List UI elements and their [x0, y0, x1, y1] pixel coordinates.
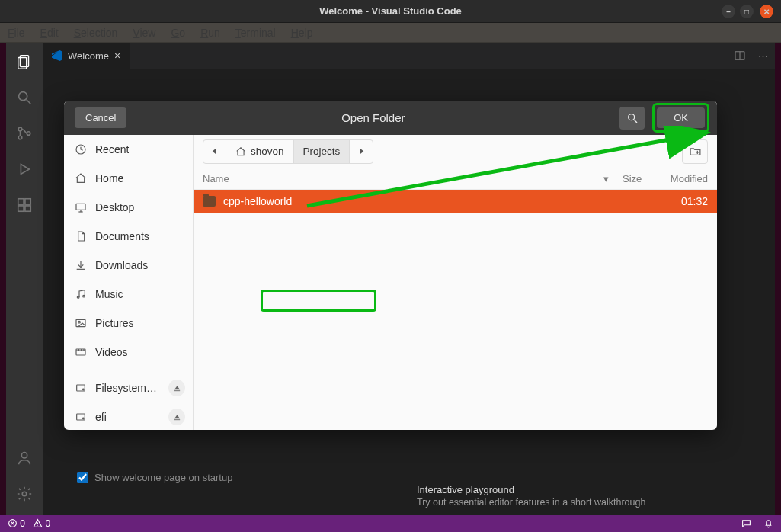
path-back-button[interactable]: [203, 140, 226, 163]
svg-point-39: [83, 389, 85, 390]
svg-marker-46: [213, 149, 216, 154]
menu-selection[interactable]: Selection: [74, 27, 118, 39]
show-welcome-checkbox[interactable]: [77, 472, 88, 483]
place-item-music[interactable]: Music: [64, 280, 193, 309]
dialog-header: Cancel Open Folder OK: [64, 101, 717, 135]
eject-icon[interactable]: [168, 380, 185, 396]
svg-point-4: [18, 127, 22, 131]
svg-line-3: [27, 100, 31, 104]
svg-rect-10: [18, 206, 24, 211]
svg-marker-40: [174, 386, 179, 389]
svg-rect-24: [76, 204, 85, 210]
svg-rect-41: [174, 390, 179, 391]
menu-file[interactable]: File: [8, 27, 25, 39]
status-feedback-icon[interactable]: [741, 518, 751, 529]
run-debug-icon[interactable]: [16, 161, 33, 180]
window-minimize-button[interactable]: –: [722, 5, 735, 18]
settings-gear-icon[interactable]: [16, 486, 33, 505]
path-bar: shovonProjects: [194, 135, 717, 168]
search-icon[interactable]: [16, 89, 33, 108]
place-item-downloads[interactable]: Downloads: [64, 251, 193, 280]
place-item-desktop[interactable]: Desktop: [64, 193, 193, 222]
breadcrumb-shovon[interactable]: shovon: [226, 140, 294, 163]
place-label: Downloads: [95, 259, 148, 271]
breadcrumb-projects[interactable]: Projects: [294, 140, 350, 163]
place-label: Pictures: [95, 317, 134, 329]
menu-view[interactable]: View: [133, 27, 155, 39]
path-forward-button[interactable]: [350, 140, 373, 163]
svg-rect-8: [18, 199, 24, 204]
svg-point-6: [27, 132, 30, 136]
tip-subtitle: Try out essential editor features in a s…: [417, 497, 714, 508]
place-label: Desktop: [95, 201, 134, 213]
svg-rect-31: [76, 319, 85, 326]
place-item-videos[interactable]: Videos: [64, 338, 193, 367]
svg-rect-9: [25, 199, 30, 204]
device-item[interactable]: Filesystem…: [64, 373, 193, 402]
column-name[interactable]: Name: [203, 173, 603, 184]
dialog-search-icon[interactable]: [619, 107, 645, 130]
svg-point-21: [628, 114, 634, 120]
new-folder-button[interactable]: [682, 139, 708, 164]
editor-more-icon[interactable]: ⋯: [755, 48, 770, 63]
status-warnings[interactable]: 0: [33, 518, 50, 529]
show-welcome-label: Show welcome page on startup: [94, 472, 232, 483]
status-bar: 0 0: [0, 515, 781, 532]
tab-close-icon[interactable]: ×: [114, 50, 120, 62]
device-label: efi: [95, 411, 107, 423]
file-row[interactable]: cpp-helloworld01:32: [194, 190, 717, 213]
scm-icon[interactable]: [16, 125, 33, 144]
menu-go[interactable]: Go: [171, 27, 185, 39]
dialog-title: Open Folder: [134, 111, 612, 124]
activity-bar: [6, 43, 43, 515]
place-item-home[interactable]: Home: [64, 164, 193, 193]
svg-point-2: [19, 92, 27, 101]
svg-marker-44: [174, 415, 179, 418]
svg-rect-45: [174, 419, 179, 420]
window-maximize-button[interactable]: □: [740, 5, 754, 18]
file-list-header[interactable]: Name ▾ Size Modified: [194, 168, 717, 190]
menu-run[interactable]: Run: [200, 27, 220, 39]
file-pane: shovonProjects Name ▾ Size Modified cpp-…: [194, 135, 717, 430]
window-title: Welcome - Visual Studio Code: [319, 5, 462, 17]
place-item-documents[interactable]: Documents: [64, 222, 193, 251]
menu-terminal[interactable]: Terminal: [235, 27, 276, 39]
account-icon[interactable]: [16, 450, 33, 469]
title-bar: Welcome - Visual Studio Code – □ ✕: [0, 0, 781, 23]
svg-point-32: [78, 321, 81, 323]
svg-rect-11: [25, 206, 30, 211]
cancel-button[interactable]: Cancel: [75, 107, 126, 128]
window-close-button[interactable]: ✕: [760, 5, 773, 18]
column-size[interactable]: Size: [623, 173, 655, 184]
tip-title[interactable]: Interactive playground: [417, 484, 714, 495]
svg-point-12: [21, 453, 27, 458]
device-label: Filesystem…: [95, 382, 157, 394]
svg-marker-47: [360, 149, 363, 154]
place-label: Recent: [95, 143, 129, 155]
place-item-recent[interactable]: Recent: [64, 135, 193, 164]
svg-point-43: [83, 418, 85, 419]
tab-label: Welcome: [68, 50, 109, 62]
menu-help[interactable]: Help: [291, 27, 313, 39]
sort-indicator-icon: ▾: [603, 173, 609, 184]
tab-welcome[interactable]: Welcome ×: [43, 43, 130, 69]
menu-bar: File Edit Selection View Go Run Terminal…: [0, 23, 781, 43]
device-item[interactable]: efi: [64, 402, 193, 430]
eject-icon[interactable]: [168, 409, 185, 425]
file-name: cpp-helloworld: [223, 195, 623, 207]
split-editor-icon[interactable]: [732, 48, 747, 63]
file-modified: 01:32: [655, 195, 708, 207]
ok-button[interactable]: OK: [657, 107, 705, 128]
status-errors[interactable]: 0: [8, 518, 25, 529]
status-bell-icon[interactable]: [763, 518, 773, 529]
place-label: Music: [95, 288, 123, 300]
svg-point-13: [22, 492, 27, 496]
annotation-file-highlight: [261, 290, 376, 312]
ok-button-highlight: OK: [652, 103, 709, 133]
extensions-icon[interactable]: [16, 197, 33, 216]
explorer-icon[interactable]: [16, 53, 33, 72]
menu-edit[interactable]: Edit: [40, 27, 59, 39]
place-item-pictures[interactable]: Pictures: [64, 309, 193, 338]
breadcrumb: shovonProjects: [203, 139, 373, 164]
column-modified[interactable]: Modified: [655, 173, 708, 184]
